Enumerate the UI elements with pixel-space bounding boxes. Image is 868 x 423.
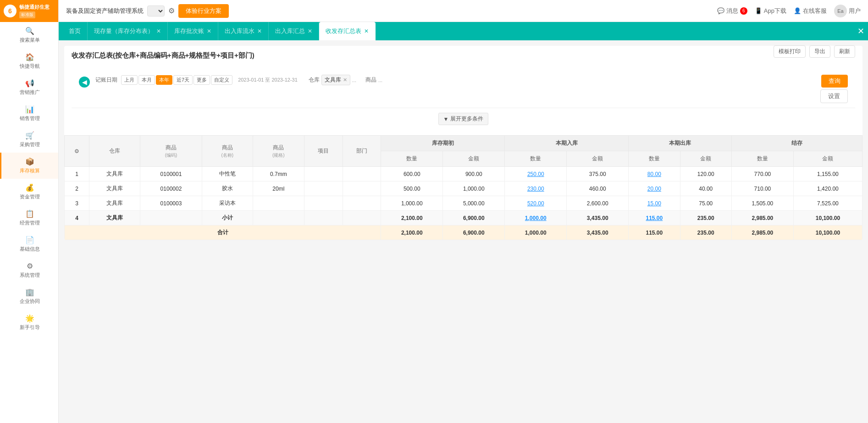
row-project bbox=[304, 181, 343, 196]
date-btn-近7天[interactable]: 近7天 bbox=[173, 75, 193, 85]
goods-label: 商品 bbox=[365, 76, 376, 84]
sidebar-item-quick-nav[interactable]: 🏠 快捷导航 bbox=[0, 48, 58, 74]
tab-batch[interactable]: 库存批次账✕ bbox=[168, 22, 218, 40]
total-open-amt: 6,900.00 bbox=[443, 225, 505, 240]
date-range-text: 2023-01-01 至 2023-12-31 bbox=[238, 77, 298, 83]
subtotal-in-amt: 3,435.00 bbox=[567, 211, 629, 225]
row-bal-amt: 1,420.00 bbox=[793, 181, 862, 196]
th-in-group: 本期入库 bbox=[505, 136, 629, 151]
warehouse-more-btn[interactable]: ... bbox=[352, 77, 356, 83]
logo-icon: 6 bbox=[4, 5, 17, 17]
row-warehouse: 文具库 bbox=[89, 181, 140, 196]
sidebar-item-basic-info[interactable]: 📄 基础信息 bbox=[0, 231, 58, 257]
row-in-qty[interactable]: 520.00 bbox=[505, 196, 567, 211]
sidebar-item-finance[interactable]: 💰 资金管理 bbox=[0, 179, 58, 205]
date-btn-本年[interactable]: 本年 bbox=[156, 75, 172, 85]
th-out-group: 本期出库 bbox=[629, 136, 732, 151]
row-dept bbox=[343, 196, 381, 211]
sidebar-item-system[interactable]: ⚙ 系统管理 bbox=[0, 257, 58, 283]
service-icon: 👤 bbox=[794, 7, 801, 14]
sidebar-item-marketing[interactable]: 📢 营销推广 bbox=[0, 74, 58, 100]
row-out-qty[interactable]: 15.00 bbox=[629, 196, 680, 211]
tab-in-out-sum[interactable]: 出入库汇总✕ bbox=[269, 22, 319, 40]
tab-close-icon[interactable]: ✕ bbox=[364, 28, 369, 34]
subtotal-open-amt: 6,900.00 bbox=[443, 211, 505, 225]
settings-icon: ⚙ bbox=[74, 148, 79, 154]
subtotal-dept bbox=[343, 211, 381, 225]
purchase-icon: 🛒 bbox=[25, 131, 34, 140]
row-open-amt: 5,000.00 bbox=[443, 196, 505, 211]
date-btn-更多[interactable]: 更多 bbox=[194, 75, 210, 85]
tab-label: 收发存汇总表 bbox=[326, 27, 361, 35]
sidebar-item-enterprise[interactable]: 🏢 企业协同 bbox=[0, 283, 58, 309]
row-name: 胶水 bbox=[202, 181, 253, 196]
tab-in-out-flow[interactable]: 出入库流水✕ bbox=[218, 22, 269, 40]
subtotal-spec bbox=[253, 211, 304, 225]
date-btn-自定义[interactable]: 自定义 bbox=[211, 75, 232, 85]
sidebar-item-inventory[interactable]: 📦 库存核算 bbox=[0, 153, 58, 179]
sidebar-item-search[interactable]: 🔍 搜索菜单 bbox=[0, 22, 58, 48]
tab-recv-send-sum[interactable]: 收发存汇总表✕ bbox=[319, 22, 376, 40]
message-btn[interactable]: 💬 消息 6 bbox=[717, 7, 747, 15]
warehouse-tag-close[interactable]: ✕ bbox=[343, 77, 347, 83]
refresh-btn[interactable]: 刷新 bbox=[834, 45, 855, 58]
row-in-qty[interactable]: 250.00 bbox=[505, 167, 567, 181]
sidebar-item-guide[interactable]: 🌟 新手引导 bbox=[0, 309, 58, 335]
sidebar-item-purchase[interactable]: 🛒 采购管理 bbox=[0, 126, 58, 153]
tab-close-icon[interactable]: ✕ bbox=[207, 28, 211, 34]
row-in-amt: 2,600.00 bbox=[567, 196, 629, 211]
main-content: 装备及固定资产辅助管理系统 ⚙ 体验行业方案 💬 消息 6 📱 App下载 👤 … bbox=[59, 0, 868, 423]
online-service-btn[interactable]: 👤 在线客服 bbox=[794, 7, 827, 15]
th-out-qty: 数量 bbox=[629, 151, 680, 167]
finance-icon: 💰 bbox=[25, 183, 34, 192]
row-code: 0100001 bbox=[140, 167, 202, 181]
tab-label: 现存量（库存分布表） bbox=[94, 27, 154, 35]
total-label: 合计 bbox=[65, 225, 381, 240]
system-select[interactable] bbox=[147, 5, 165, 16]
filter-toggle-btn[interactable]: ◀ bbox=[79, 77, 90, 88]
system-icon: ⚙ bbox=[27, 262, 33, 270]
total-out-amt: 235.00 bbox=[680, 225, 731, 240]
print-btn[interactable]: 模板打印 bbox=[774, 45, 806, 58]
gear-icon[interactable]: ⚙ bbox=[168, 6, 175, 15]
row-code: 0100002 bbox=[140, 181, 202, 196]
tab-close-icon[interactable]: ✕ bbox=[257, 28, 262, 34]
row-spec: 20ml bbox=[253, 181, 304, 196]
date-btn-本月[interactable]: 本月 bbox=[138, 75, 155, 85]
expand-more-btn[interactable]: ▼ 展开更多条件 bbox=[438, 113, 489, 125]
goods-more-btn[interactable]: ... bbox=[378, 77, 382, 83]
sidebar-item-sales[interactable]: 📊 销售管理 bbox=[0, 100, 58, 126]
tab-home[interactable]: 首页 bbox=[62, 22, 88, 40]
tab-label: 出入库汇总 bbox=[275, 27, 305, 35]
goods-filter: 商品 ... bbox=[365, 76, 382, 84]
subtotal-num: 4 bbox=[65, 211, 89, 225]
total-out-qty: 115.00 bbox=[629, 225, 680, 240]
quick-nav-label: 快捷导航 bbox=[20, 63, 40, 70]
th-gear[interactable]: ⚙ bbox=[65, 136, 89, 167]
app-download-btn[interactable]: 📱 App下载 bbox=[755, 7, 786, 15]
warehouse-tag[interactable]: 文具库 ✕ bbox=[321, 75, 350, 85]
sidebar-item-business[interactable]: 📋 经营管理 bbox=[0, 205, 58, 231]
row-out-qty[interactable]: 80.00 bbox=[629, 167, 680, 181]
tabbar-close-icon[interactable]: ✕ bbox=[857, 26, 864, 36]
tab-label: 首页 bbox=[69, 27, 81, 35]
row-in-qty[interactable]: 230.00 bbox=[505, 181, 567, 196]
subtotal-warehouse: 文具库 bbox=[89, 211, 140, 225]
row-bal-amt: 1,155.00 bbox=[793, 167, 862, 181]
export-btn[interactable]: 导出 bbox=[809, 45, 830, 58]
date-btn-上月[interactable]: 上月 bbox=[121, 75, 138, 85]
total-open-qty: 2,100.00 bbox=[381, 225, 443, 240]
page-actions: 模板打印 导出 刷新 bbox=[774, 45, 855, 58]
row-out-qty[interactable]: 20.00 bbox=[629, 181, 680, 196]
row-project bbox=[304, 167, 343, 181]
subtotal-in-qty: 1,000.00 bbox=[505, 211, 567, 225]
tab-close-icon[interactable]: ✕ bbox=[308, 28, 312, 34]
query-btn[interactable]: 查询 bbox=[821, 75, 848, 88]
experience-btn[interactable]: 体验行业方案 bbox=[178, 4, 229, 18]
user-btn[interactable]: Ea 用户 bbox=[834, 5, 861, 17]
msg-badge: 6 bbox=[740, 7, 747, 15]
tab-inventory-dist[interactable]: 现存量（库存分布表）✕ bbox=[88, 22, 168, 40]
subtotal-project bbox=[304, 211, 343, 225]
filter-setting-btn[interactable]: 设置 bbox=[820, 89, 848, 103]
tab-close-icon[interactable]: ✕ bbox=[156, 28, 161, 34]
